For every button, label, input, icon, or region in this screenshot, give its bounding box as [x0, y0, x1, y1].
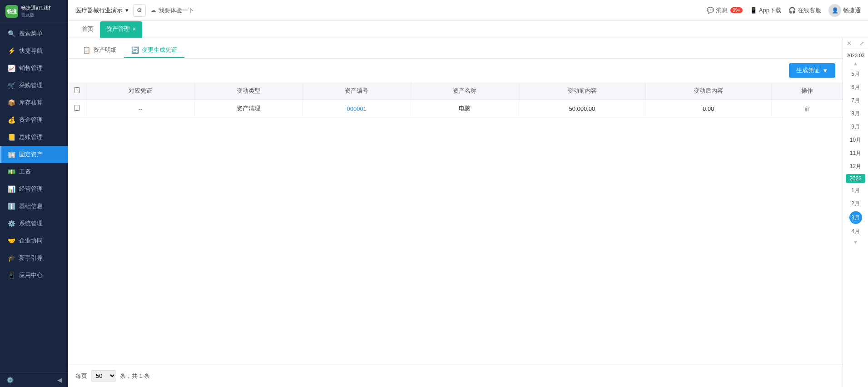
sidebar-item-label: 总账管理 [19, 133, 43, 141]
scroll-down-arrow[interactable]: ▼ [852, 238, 859, 246]
per-page-label: 每页 [75, 372, 87, 380]
content-wrapper: 📋 资产明细 🔄 变更生成凭证 生成凭证 ▼ [68, 38, 868, 387]
data-table: 对应凭证 变动类型 资产编号 资产名称 [68, 82, 843, 118]
sidebar-item-sales[interactable]: 📈 销售管理 [0, 60, 68, 77]
collapse-icon[interactable]: ◀ [57, 377, 62, 383]
sidebar-item-quick-nav[interactable]: ⚡ 快捷导航 [0, 42, 68, 60]
app-icon: 📱 [750, 7, 757, 14]
logo-title: 畅捷通好业财 [21, 5, 51, 11]
gear-button[interactable]: ⚙ [133, 4, 146, 17]
user-icon: 👤 [832, 7, 838, 14]
sidebar-item-label: 系统管理 [19, 219, 43, 228]
total-label: 条，共 1 条 [120, 372, 150, 380]
sidebar-item-payroll[interactable]: 💵 工资 [0, 163, 68, 180]
app-download-item[interactable]: 📱 App下载 [750, 6, 781, 15]
app-center-icon: 📱 [8, 272, 15, 279]
month-4[interactable]: 4月 [843, 225, 868, 238]
page-size-select[interactable]: 50 10 20 100 [91, 370, 116, 382]
sidebar-item-ledger[interactable]: 📒 总账管理 [0, 129, 68, 146]
basic-info-icon: ℹ️ [8, 203, 15, 210]
sidebar-item-label: 基础信息 [19, 202, 43, 210]
month-7[interactable]: 7月 [843, 94, 868, 107]
col-before-change: 变动前内容 [519, 82, 645, 100]
table-container: 对应凭证 变动类型 资产编号 资产名称 [68, 82, 843, 364]
col-asset-name: 资产名称 [411, 82, 519, 100]
month-1[interactable]: 1月 [843, 184, 868, 197]
sidebar-nav: 🔍 搜索菜单 ⚡ 快捷导航 📈 销售管理 🛒 采购管理 📦 库存核算 💰 资金管… [0, 23, 68, 372]
sidebar-item-label: 搜索菜单 [19, 30, 43, 38]
logo-icon: 畅捷 [5, 5, 18, 18]
delete-icon[interactable]: 🗑 [804, 105, 810, 112]
select-all-checkbox[interactable] [74, 87, 80, 93]
sidebar-item-label: 经营管理 [19, 185, 43, 193]
sidebar-item-search[interactable]: 🔍 搜索菜单 [0, 25, 68, 42]
content-area: 📋 资产明细 🔄 变更生成凭证 生成凭证 ▼ [68, 38, 843, 387]
sub-tab-change-voucher[interactable]: 🔄 变更生成凭证 [124, 43, 184, 58]
message-item[interactable]: 💬 消息 99+ [707, 6, 743, 15]
col-change-type: 变动类型 [194, 82, 303, 100]
scroll-up-arrow[interactable]: ▲ [852, 60, 859, 68]
message-label: 消息 [716, 6, 728, 15]
month-9[interactable]: 9月 [843, 120, 868, 134]
row-checkbox-cell [68, 100, 86, 118]
col-voucher: 对应凭证 [86, 82, 194, 100]
system-icon: ⚙️ [8, 220, 15, 227]
year-2023-item[interactable]: 2023 [846, 174, 865, 183]
sidebar-item-label: 企业协同 [19, 237, 43, 245]
user-item[interactable]: 👤 畅捷通 [828, 4, 861, 17]
sidebar-item-fixed-assets[interactable]: 🏢 固定资产 [0, 146, 68, 163]
month-3-current[interactable]: 3月 [849, 211, 862, 224]
sidebar-item-basic-info[interactable]: ℹ️ 基础信息 [0, 198, 68, 215]
col-checkbox [68, 82, 86, 100]
generate-voucher-button[interactable]: 生成凭证 ▼ [789, 63, 835, 78]
main-content: 📋 资产明细 🔄 变更生成凭证 生成凭证 ▼ [68, 38, 843, 387]
sub-tabs: 📋 资产明细 🔄 变更生成凭证 [68, 38, 843, 59]
sub-tab-asset-detail[interactable]: 📋 资产明细 [75, 43, 124, 58]
sidebar-item-ops[interactable]: 📊 经营管理 [0, 180, 68, 198]
panel-header: ✕ ⤢ [843, 38, 868, 49]
guide-icon: 🎓 [8, 254, 15, 262]
topbar-left: 医疗器械行业演示 ▾ ⚙ ☁ 我要体验一下 [75, 4, 194, 17]
sidebar-logo: 畅捷 畅捷通好业财 普及版 [0, 0, 68, 23]
message-icon: 💬 [707, 7, 714, 14]
sidebar-item-label: 新手引导 [19, 254, 43, 262]
tab-close-icon[interactable]: × [133, 26, 136, 32]
generate-label: 生成凭证 [796, 66, 820, 74]
cloud-icon: ☁ [150, 7, 156, 14]
sidebar-item-label: 销售管理 [19, 64, 43, 72]
sidebar-bottom: ⚙️ ◀ [0, 372, 68, 387]
month-12[interactable]: 12月 [843, 160, 868, 173]
company-selector[interactable]: 医疗器械行业演示 ▾ [75, 6, 129, 15]
collab-icon: 🤝 [8, 237, 15, 244]
tab-home[interactable]: 首页 [75, 21, 100, 38]
month-6[interactable]: 6月 [843, 81, 868, 94]
experience-button[interactable]: ☁ 我要体验一下 [150, 6, 194, 15]
tab-asset-management[interactable]: 资产管理 × [100, 21, 142, 38]
service-item[interactable]: 🎧 在线客服 [789, 6, 821, 15]
topbar: 医疗器械行业演示 ▾ ⚙ ☁ 我要体验一下 💬 消息 99+ 📱 App下载 [68, 0, 868, 21]
logo-edition: 普及版 [21, 12, 51, 18]
sidebar-item-collab[interactable]: 🤝 企业协同 [0, 232, 68, 249]
month-5[interactable]: 5月 [843, 68, 868, 81]
month-8[interactable]: 8月 [843, 107, 868, 120]
payroll-icon: 💵 [8, 168, 15, 175]
topbar-right: 💬 消息 99+ 📱 App下载 🎧 在线客服 👤 畅捷通 [707, 4, 861, 17]
month-11[interactable]: 11月 [843, 147, 868, 160]
sidebar-item-inventory[interactable]: 📦 库存核算 [0, 94, 68, 111]
row-checkbox[interactable] [74, 105, 80, 111]
month-10[interactable]: 10月 [843, 134, 868, 147]
sidebar-item-app-center[interactable]: 📱 应用中心 [0, 267, 68, 284]
quick-nav-icon: ⚡ [8, 47, 15, 55]
row-voucher: -- [86, 100, 194, 118]
panel-close-button[interactable]: ✕ [847, 40, 852, 47]
inventory-icon: 📦 [8, 99, 15, 106]
settings-icon[interactable]: ⚙️ [6, 377, 14, 383]
sidebar-item-fund[interactable]: 💰 资金管理 [0, 111, 68, 129]
asset-detail-icon: 📋 [83, 46, 90, 54]
sidebar-item-system[interactable]: ⚙️ 系统管理 [0, 215, 68, 232]
change-voucher-icon: 🔄 [131, 46, 139, 54]
panel-expand-button[interactable]: ⤢ [859, 40, 864, 47]
sidebar-item-guide[interactable]: 🎓 新手引导 [0, 249, 68, 267]
sidebar-item-purchase[interactable]: 🛒 采购管理 [0, 77, 68, 94]
month-2[interactable]: 2月 [843, 197, 868, 210]
